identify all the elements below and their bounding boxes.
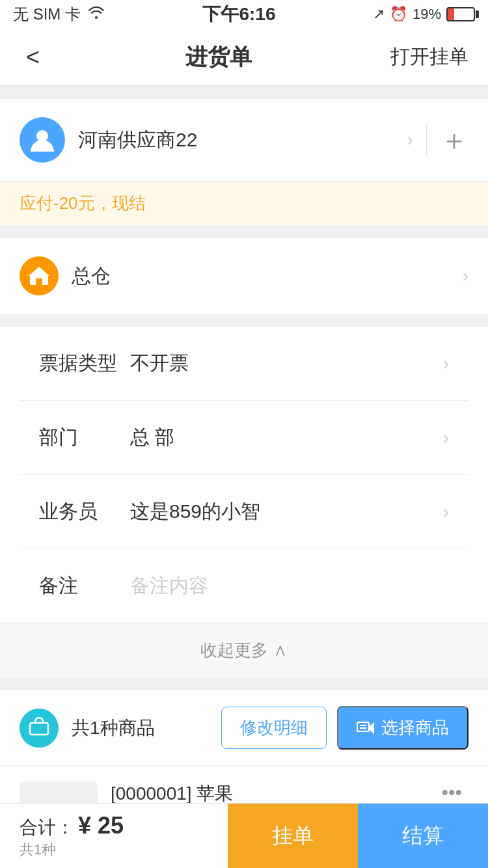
invoice-row[interactable]: 票据类型 不开票 ›: [20, 327, 468, 401]
products-header: 共1种商品 修改明细 选择商品: [0, 690, 488, 765]
footer: 合计： ¥ 25 共1种 挂单 结算: [0, 803, 488, 868]
battery-percent: 19%: [413, 6, 441, 23]
status-bar-right: ↗ ⏰ 19%: [373, 6, 475, 23]
invoice-chevron-icon: ›: [443, 353, 449, 374]
battery-icon: [446, 7, 475, 21]
status-bar-time: 下午6:16: [202, 2, 275, 27]
salesman-label: 业务员: [39, 498, 117, 525]
status-bar-left: 无 SIM 卡: [13, 4, 105, 25]
status-bar: 无 SIM 卡 下午6:16 ↗ ⏰ 19%: [0, 0, 488, 29]
invoice-value: 不开票: [117, 350, 443, 377]
notice-bar: 应付-20元，现结: [0, 182, 488, 225]
carrier-label: 无 SIM 卡: [13, 4, 81, 25]
section-gap-3: [0, 314, 488, 327]
invoice-label: 票据类型: [39, 350, 117, 377]
collapse-bar[interactable]: 收起更多 ∧: [0, 623, 488, 677]
page-title: 进货单: [185, 42, 252, 72]
product-id: [0000001]: [111, 783, 192, 804]
products-count: 共1种商品: [72, 716, 221, 740]
products-icon-wrap: [20, 709, 59, 748]
supplier-name: 河南供应商22: [78, 127, 407, 154]
svg-rect-4: [30, 723, 48, 735]
remark-label: 备注: [39, 573, 117, 599]
collapse-label: 收起更多 ∧: [200, 640, 287, 660]
section-gap-1: [0, 86, 488, 99]
salesman-chevron-icon: ›: [443, 502, 449, 522]
product-more-button[interactable]: •••: [435, 781, 468, 804]
section-gap-2: [0, 225, 488, 238]
dept-label: 部门: [39, 424, 117, 451]
open-pending-button[interactable]: 打开挂单: [390, 44, 468, 70]
warehouse-icon-wrap: [20, 256, 59, 295]
footer-total-label: 合计：: [20, 815, 74, 840]
checkout-button[interactable]: 结算: [358, 804, 488, 868]
salesman-value: 这是859的小智: [117, 498, 443, 525]
alarm-icon: ⏰: [390, 6, 407, 23]
pending-button[interactable]: 挂单: [228, 804, 358, 868]
back-button[interactable]: <: [20, 37, 46, 77]
add-supplier-button[interactable]: ＋: [440, 121, 468, 159]
svg-rect-5: [357, 722, 369, 731]
svg-marker-2: [29, 267, 49, 276]
footer-total-sub: 共1种: [20, 840, 208, 860]
supplier-row[interactable]: 河南供应商22 › ＋: [0, 99, 488, 182]
select-product-label: 选择商品: [381, 716, 449, 739]
dept-row[interactable]: 部门 总 部 ›: [20, 401, 468, 475]
nav-bar: < 进货单 打开挂单: [0, 29, 488, 86]
dept-chevron-icon: ›: [443, 427, 449, 448]
supplier-chevron-icon: ›: [407, 129, 413, 150]
salesman-row[interactable]: 业务员 这是859的小智 ›: [20, 475, 468, 549]
location-icon: ↗: [373, 6, 385, 23]
remark-input[interactable]: 备注内容: [117, 573, 449, 599]
form-card: 票据类型 不开票 › 部门 总 部 › 业务员 这是859的小智 › 备注 备注…: [0, 327, 488, 623]
supplier-avatar: [20, 117, 65, 163]
svg-rect-3: [36, 278, 42, 285]
warehouse-chevron-icon: ›: [463, 265, 468, 286]
product-title: 苹果: [197, 783, 233, 804]
remark-row[interactable]: 备注 备注内容: [20, 549, 468, 623]
section-gap-4: [0, 677, 488, 690]
warehouse-name: 总仓: [72, 263, 463, 290]
dept-value: 总 部: [117, 424, 443, 451]
select-product-button[interactable]: 选择商品: [337, 706, 468, 750]
divider: [426, 124, 427, 156]
wifi-icon: [87, 5, 105, 23]
notice-text: 应付-20元，现结: [20, 193, 146, 213]
warehouse-row[interactable]: 总仓 ›: [0, 238, 488, 314]
footer-total: 合计： ¥ 25 共1种: [0, 804, 228, 868]
footer-total-amount: ¥ 25: [78, 812, 124, 839]
modify-detail-button[interactable]: 修改明细: [221, 707, 327, 749]
